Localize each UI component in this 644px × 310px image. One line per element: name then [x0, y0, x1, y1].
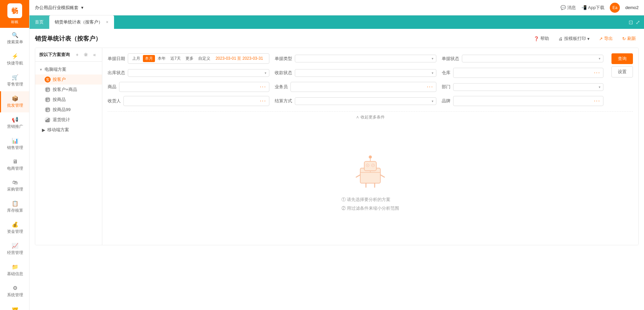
settings-button[interactable]: 设置 [611, 66, 633, 78]
department-select[interactable]: ▾ [453, 83, 603, 91]
by-customer-icon: 客 [45, 76, 51, 83]
settings-scheme-btn[interactable] [83, 51, 89, 58]
warehouse-label: 仓库 [442, 70, 450, 76]
export-btn[interactable]: ↗ 导出 [596, 34, 615, 43]
filter-payment-status: 收款状态 ▾ [275, 69, 436, 77]
date-tab-last7[interactable]: 近7天 [168, 55, 183, 62]
message-label: 消息 [567, 5, 576, 11]
date-range-control: 上月 本月 本年 近7天 更多 自定义 2023-03-01 至 20 [128, 53, 269, 64]
add-scheme-btn[interactable]: + [74, 51, 80, 58]
sidebar-item-enterprise[interactable]: 🤝 企业协同 [0, 302, 29, 310]
date-tab-this-month[interactable]: 本月 [143, 55, 155, 62]
svg-point-20 [372, 165, 374, 166]
sidebar-item-retail[interactable]: 🛒 零售管理 [0, 70, 29, 91]
filter-row-2: 出库状态 ▾ 收款状态 [108, 68, 603, 78]
sidebar-item-basic[interactable]: 📁 基础信息 [0, 260, 29, 281]
filter-row-3: 商品 ··· 业务员 [108, 82, 603, 92]
sidebar-item-purchase[interactable]: 🛍 采购管理 [0, 175, 29, 196]
home-tab-label: 首页 [35, 19, 44, 25]
export-icon: ↗ [599, 36, 603, 41]
tree-item-return-stat[interactable]: 退货统计 [35, 115, 102, 125]
warehouse-dots-icon: ··· [594, 70, 600, 76]
sidebar-item-operations-label: 经营管理 [7, 250, 23, 256]
sidebar-item-finance[interactable]: 💰 资金管理 [0, 217, 29, 239]
wholesale-icon: 📦 [12, 95, 18, 102]
sidebar-item-marketing[interactable]: 📢 营销推广 [0, 112, 29, 134]
main-layout: 按以下方案查询 + « ▼ 电脑端 [35, 48, 639, 245]
tree-item-by-customer[interactable]: 客 按客户 [35, 74, 102, 85]
date-tab-last-month[interactable]: 上月 [130, 55, 142, 62]
tree-group-pc: ▼ 电脑端方案 客 按客户 按客户+商品 [35, 64, 102, 125]
main-area: 办公用品行业模拟账套 ▾ 💬 消息 📲 App下载 Ea demo2 首页 销货… [30, 0, 644, 310]
user-name[interactable]: demo2 [625, 5, 639, 10]
app-download-btn[interactable]: 📲 App下载 [581, 5, 604, 11]
tree-item-by-goods-99[interactable]: 按商品99 [35, 105, 102, 115]
brand-select[interactable]: ··· [453, 96, 603, 106]
date-tab-more[interactable]: 更多 [183, 55, 196, 62]
tab-restore-icon[interactable]: ⊡ [629, 19, 633, 25]
return-stat-label: 退货统计 [53, 117, 70, 123]
out-status-select[interactable]: ▾ [128, 69, 269, 77]
doc-status-label: 单据状态 [442, 56, 459, 62]
settlement-select[interactable]: ▾ [295, 97, 436, 105]
svg-rect-12 [48, 118, 49, 122]
header-actions: ❓ 帮助 🖨 按模板打印 ▾ ↗ 导出 ↻ 刷新 [531, 34, 639, 43]
tab-maximize-icon[interactable]: ⤢ [636, 19, 640, 25]
svg-rect-1 [46, 88, 49, 91]
help-btn[interactable]: ❓ 帮助 [531, 34, 552, 43]
warehouse-select[interactable]: ··· [453, 68, 603, 78]
doc-status-select[interactable]: ▾ [462, 55, 603, 62]
sidebar-item-wholesale-label: 批发管理 [7, 103, 23, 108]
sidebar-item-inventory-label: 库存核算 [7, 208, 23, 213]
sidebar-item-quick-nav[interactable]: ⚡ 快捷导航 [0, 49, 29, 70]
sidebar-item-inventory[interactable]: 📋 库存核算 [0, 196, 29, 217]
filter-doc-status: 单据状态 ▾ [442, 55, 603, 62]
sidebar-item-search-label: 搜索菜单 [7, 39, 23, 45]
product-dropdown-btn[interactable]: ▾ [81, 5, 84, 10]
payment-status-chevron-icon: ▾ [432, 71, 433, 75]
salesperson-select[interactable]: ··· [290, 82, 436, 92]
consignee-select[interactable]: ··· [123, 96, 269, 106]
sidebar-item-search[interactable]: 🔍 搜索菜单 [0, 28, 29, 49]
collapse-bar-label: ∧ 收起更多条件 [356, 115, 384, 119]
consignee-dots-icon: ··· [260, 98, 266, 104]
empty-tips: 请先选择要分析的方案 用过滤条件来缩小分析范围 [341, 195, 399, 213]
retail-icon: 🛒 [12, 74, 18, 81]
goods-select[interactable]: ··· [119, 82, 269, 92]
tab-home[interactable]: 首页 [30, 15, 49, 29]
tree-group-mobile-header[interactable]: ▶ 移动端方案 [35, 125, 102, 135]
by-customer-label: 按客户 [53, 76, 66, 83]
sidebar-item-wholesale[interactable]: 📦 批发管理 [0, 91, 29, 112]
tree-item-by-goods[interactable]: 按商品 [35, 95, 102, 105]
filter-settlement: 结算方式 ▾ [275, 97, 436, 105]
tab-close-btn[interactable]: × [106, 20, 108, 24]
date-tab-this-year[interactable]: 本年 [156, 55, 168, 62]
refresh-btn[interactable]: ↻ 刷新 [620, 34, 639, 43]
purchase-icon: 🛍 [12, 179, 18, 186]
payment-status-select[interactable]: ▾ [295, 69, 436, 77]
topbar-left: 办公用品行业模拟账套 ▾ [35, 5, 84, 11]
tree-item-by-customer-goods[interactable]: 按客户+商品 [35, 85, 102, 95]
sidebar-item-sales[interactable]: 📊 销售管理 [0, 134, 29, 155]
collapse-panel-btn[interactable]: « [91, 51, 98, 58]
print-btn[interactable]: 🖨 按模板打印 ▾ [556, 34, 592, 43]
doc-type-select[interactable]: ▾ [295, 55, 436, 62]
tab-sales-stat[interactable]: 销货单统计表（按客户） × [49, 15, 114, 29]
query-button[interactable]: 查询 [611, 53, 633, 64]
left-panel: 按以下方案查询 + « ▼ 电脑端 [35, 48, 102, 245]
sales-stat-tab-label: 销货单统计表（按客户） [55, 19, 103, 25]
sidebar-item-operations[interactable]: 📈 经营管理 [0, 239, 29, 260]
collapse-bar[interactable]: ∧ 收起更多条件 [108, 111, 633, 123]
date-tab-custom[interactable]: 自定义 [196, 55, 212, 62]
sidebar-item-system[interactable]: ⚙ 系统管理 [0, 281, 29, 302]
marketing-icon: 📢 [12, 116, 18, 123]
tree-group-mobile-label: 移动端方案 [47, 127, 69, 133]
sidebar-item-system-label: 系统管理 [7, 292, 23, 298]
message-btn[interactable]: 💬 消息 [560, 5, 576, 11]
tree-group-pc-header[interactable]: ▼ 电脑端方案 [35, 64, 102, 74]
sidebar-item-ecommerce[interactable]: 🖥 电商管理 [0, 155, 29, 175]
sidebar-logo[interactable]: 畅 标账 [0, 0, 29, 28]
logo-char: 畅 [11, 6, 18, 15]
empty-illustration [350, 150, 390, 190]
export-label: 导出 [604, 36, 613, 42]
